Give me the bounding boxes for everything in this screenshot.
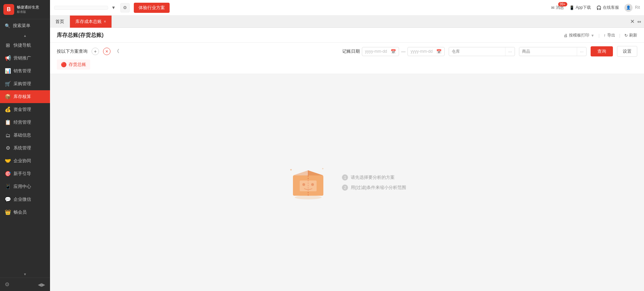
sidebar-item-label: 企业协同 <box>14 158 31 164</box>
scroll-down-arrow[interactable]: ▼ <box>22 271 28 277</box>
tab-home[interactable]: 首页 <box>50 16 70 28</box>
industry-solution-button[interactable]: 体验行业方案 <box>134 3 170 13</box>
print-dropdown-icon[interactable]: ▼ <box>591 33 594 38</box>
app-badge: 标准版 <box>17 10 39 14</box>
sidebar-item-newbie[interactable]: 🎯 新手引导 <box>0 167 50 180</box>
basic-info-icon: 🗂 <box>5 132 11 138</box>
page-title-row: 库存总账(存货总账) 🖨 按模板打印 ▼ | ↑ 导出 | ↻ <box>57 32 637 39</box>
svg-point-8 <box>311 183 314 186</box>
goods-input[interactable] <box>519 47 577 55</box>
print-icon: 🖨 <box>564 33 568 38</box>
app-download-label: App下载 <box>576 5 591 10</box>
date-separator: — <box>401 49 405 54</box>
calendar-start-icon[interactable]: 📅 <box>391 49 396 54</box>
tab-inventory-label: 库存成本总账 <box>75 19 102 25</box>
settings-button[interactable]: 设置 <box>617 46 637 57</box>
sidebar-item-label: 采购管理 <box>14 81 31 87</box>
export-icon: ↑ <box>604 33 606 38</box>
date-start-input[interactable]: yyyy-mm-dd 📅 <box>362 47 399 56</box>
goods-more-btn[interactable]: ··· <box>577 47 586 56</box>
print-label: 按模板打印 <box>569 32 589 38</box>
message-btn[interactable]: ✉ 消息 99+ <box>551 5 564 10</box>
online-service-btn[interactable]: 🎧 在线客服 <box>596 5 619 10</box>
tab-close-btn[interactable]: × <box>104 19 106 24</box>
app-center-icon: 📱 <box>5 184 11 190</box>
user-avatar: 👤 <box>624 4 633 12</box>
username-label: Rit <box>635 5 640 10</box>
sidebar-item-label: 资金管理 <box>14 106 31 113</box>
sidebar-item-marketing[interactable]: 📢 营销推广 <box>0 52 50 65</box>
message-icon: ✉ <box>551 5 554 10</box>
sidebar-item-label: 基础信息 <box>14 132 31 138</box>
tab-expand-btn[interactable]: ⇔ <box>637 19 641 24</box>
app-download-btn[interactable]: 📱 App下载 <box>569 5 591 10</box>
sidebar-item-label: 快捷导航 <box>14 42 31 48</box>
page-title: 库存总账(存货总账) <box>57 32 104 39</box>
tab-right-controls: ✕ ⇔ <box>630 18 644 25</box>
user-info[interactable]: 👤 Rit <box>624 4 640 12</box>
goods-filter: ··· <box>519 47 587 56</box>
step-1-num: 1 <box>342 174 348 180</box>
sidebar-item-vip[interactable]: 👑 畅会员 <box>0 206 50 219</box>
app-download-icon: 📱 <box>569 5 574 10</box>
refresh-label: 刷新 <box>629 32 637 38</box>
sidebar-footer: ⚙ ◀▶ <box>0 277 50 291</box>
sidebar-item-basic-info[interactable]: 🗂 基础信息 <box>0 129 50 142</box>
sidebar-item-system[interactable]: ⚙ 系统管理 <box>0 142 50 154</box>
scheme-icon: 🔴 <box>61 62 67 67</box>
sidebar-item-purchase[interactable]: 🛒 采购管理 <box>0 77 50 90</box>
marketing-icon: 📢 <box>5 55 11 61</box>
sidebar-toggle-btn[interactable]: ◀▶ <box>38 282 45 287</box>
filter-add-btn[interactable]: + <box>92 48 99 55</box>
calendar-end-icon[interactable]: 📅 <box>436 49 442 54</box>
sidebar-logo: B 畅捷通好生意 标准版 <box>0 0 50 19</box>
filter-collapse-btn[interactable]: 《 <box>115 48 119 54</box>
warehouse-more-btn[interactable]: ··· <box>505 47 515 56</box>
sidebar-item-label: 营销推广 <box>14 55 31 61</box>
empty-step-2: 2 用[过滤]条件来缩小分析范围 <box>342 185 406 191</box>
sidebar-item-inventory[interactable]: 📦 库存核算 <box>0 90 50 103</box>
date-end-value: yyyy-mm-dd <box>411 49 432 54</box>
sidebar-item-label: 系统管理 <box>14 145 31 151</box>
topbar-settings-btn[interactable]: ⚙ <box>120 3 130 13</box>
export-btn[interactable]: ↑ 导出 <box>604 32 615 38</box>
wechat-icon: 💬 <box>5 196 11 202</box>
headset-icon: 🎧 <box>596 5 601 10</box>
notification-badge: 99+ <box>558 2 567 6</box>
empty-illustration: ✦ ✦ <box>288 164 328 202</box>
sidebar-item-quick-nav[interactable]: ⊞ 快捷导航 <box>0 39 50 52</box>
query-button[interactable]: 查询 <box>591 46 613 56</box>
svg-text:✦: ✦ <box>290 168 292 172</box>
topbar-dropdown-btn[interactable]: ▼ <box>109 4 118 12</box>
topbar-actions: ✉ 消息 99+ 📱 App下载 🎧 在线客服 👤 Rit <box>551 4 640 12</box>
sidebar-item-app-center[interactable]: 📱 应用中心 <box>0 180 50 193</box>
filter-scheme-item[interactable]: 🔴 存货总账 <box>57 59 90 70</box>
topbar-search-box[interactable] <box>54 6 108 10</box>
filter-label: 按以下方案查询 <box>57 48 88 54</box>
warehouse-input[interactable] <box>449 47 505 55</box>
date-filter-group: 记账日期 yyyy-mm-dd 📅 — yyyy-mm-dd 📅 <box>342 47 445 56</box>
purchase-icon: 🛒 <box>5 81 11 87</box>
empty-box-svg: ✦ ✦ <box>288 164 328 201</box>
sidebar-item-label: 库存核算 <box>14 94 31 100</box>
settings-footer-btn[interactable]: ⚙ <box>5 281 9 288</box>
sidebar-item-capital[interactable]: 💰 资金管理 <box>0 103 50 116</box>
print-template-btn[interactable]: 🖨 按模板打印 ▼ <box>564 32 594 38</box>
scroll-up-arrow[interactable]: ▲ <box>22 33 28 38</box>
tab-inventory-ledger[interactable]: 库存成本总账 × <box>70 16 112 28</box>
sidebar-item-cooperation[interactable]: 🤝 企业协同 <box>0 154 50 167</box>
filter-remove-btn[interactable]: × <box>103 48 110 55</box>
step-2-num: 2 <box>342 185 348 191</box>
svg-point-7 <box>302 183 305 186</box>
refresh-icon: ↻ <box>624 33 628 38</box>
tab-close-all-btn[interactable]: ✕ <box>630 18 635 25</box>
date-end-input[interactable]: yyyy-mm-dd 📅 <box>407 47 445 56</box>
sidebar: B 畅捷通好生意 标准版 🔍 搜索菜单 ▲ ⊞ 快捷导航 📢 营销推广 📊 销售… <box>0 0 50 291</box>
topbar-search-area: ▼ <box>54 4 118 12</box>
sidebar-search[interactable]: 🔍 搜索菜单 <box>0 19 50 32</box>
sidebar-item-wechat[interactable]: 💬 企业微信 <box>0 193 50 206</box>
page-header-actions: 🖨 按模板打印 ▼ | ↑ 导出 | ↻ 刷新 <box>564 32 637 38</box>
sidebar-item-operations[interactable]: 📋 经营管理 <box>0 116 50 129</box>
refresh-btn[interactable]: ↻ 刷新 <box>624 32 637 38</box>
sidebar-item-sales[interactable]: 📊 销售管理 <box>0 65 50 77</box>
